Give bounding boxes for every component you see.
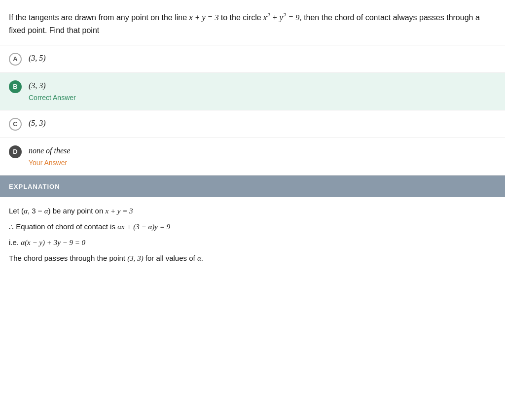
explanation-header: EXPLANATION <box>0 175 505 197</box>
explanation-header-text: EXPLANATION <box>9 183 60 190</box>
option-content-d: none of these Your Answer <box>29 145 70 168</box>
options-section: A (3, 5) B (3, 3) Correct Answer C (5, 3… <box>0 45 505 175</box>
question-section: If the tangents are drawn from any point… <box>0 0 505 45</box>
option-row-d[interactable]: D none of these Your Answer <box>0 138 505 175</box>
option-badge-a: A <box>9 53 22 66</box>
question-text: If the tangents are drawn from any point… <box>9 10 496 37</box>
explanation-line-3: i.e. α(x − y) + 3y − 9 = 0 <box>9 237 496 248</box>
page-container: If the tangents are drawn from any point… <box>0 0 505 274</box>
your-answer-label: Your Answer <box>29 158 70 168</box>
option-badge-c: C <box>9 118 22 131</box>
option-row-b[interactable]: B (3, 3) Correct Answer <box>0 73 505 110</box>
option-value-d: none of these <box>29 145 70 157</box>
option-row-c[interactable]: C (5, 3) <box>0 110 505 138</box>
option-content-b: (3, 3) Correct Answer <box>29 80 76 103</box>
circle-equation: x2 + y2 = 9 <box>263 13 299 22</box>
option-content-a: (3, 5) <box>29 52 46 64</box>
correct-answer-label: Correct Answer <box>29 93 76 103</box>
line-equation: x + y = 3 <box>189 13 219 22</box>
explanation-line-2: ∴ Equation of chord of contact is αx + (… <box>9 221 496 233</box>
option-badge-d: D <box>9 145 22 158</box>
explanation-section: EXPLANATION Let (α, 3 − α) be any point … <box>0 175 505 274</box>
option-value-c: (5, 3) <box>29 117 46 129</box>
option-value-b: (3, 3) <box>29 80 76 92</box>
explanation-line-4: The chord passes through the point (3, 3… <box>9 252 496 264</box>
option-row-a[interactable]: A (3, 5) <box>0 45 505 73</box>
option-content-c: (5, 3) <box>29 117 46 129</box>
explanation-line-1: Let (α, 3 − α) be any point on x + y = 3 <box>9 205 496 217</box>
explanation-body: Let (α, 3 − α) be any point on x + y = 3… <box>0 197 505 274</box>
option-badge-b: B <box>9 80 22 93</box>
option-value-a: (3, 5) <box>29 52 46 64</box>
